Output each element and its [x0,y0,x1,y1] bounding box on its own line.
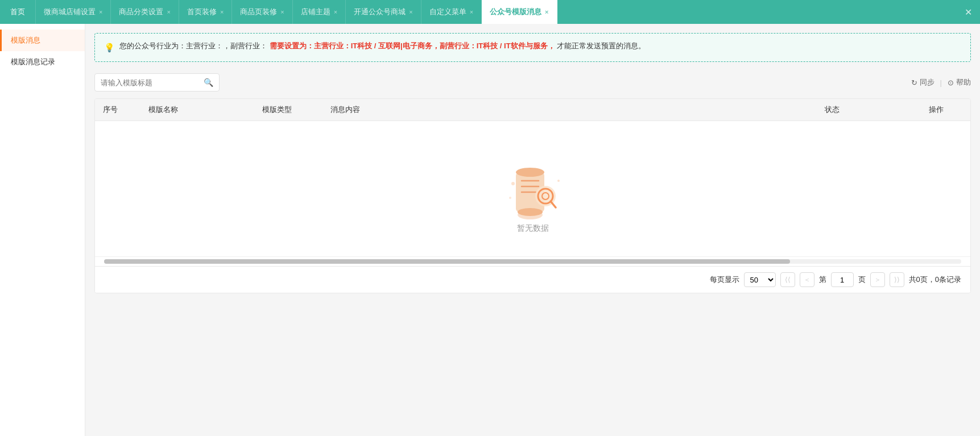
nav-tab-store-theme[interactable]: 店铺主题 × [293,0,346,24]
tab-label: 微商城店铺设置 [44,7,96,17]
help-label: 帮助 [956,77,971,88]
notice-box: 💡 您的公众号行业为：主营行业：，副营行业： 需要设置为：主营行业：IT科技 /… [94,33,971,62]
page-next-button[interactable]: ＞ [870,272,885,287]
page-last-button[interactable]: ⟩⟩ [890,272,904,287]
search-area[interactable]: 🔍 [94,73,220,92]
column-header-type: 模版类型 [254,99,322,121]
column-header-action: 操作 [902,99,970,121]
notice-text: 您的公众号行业为：主营行业：，副营行业： 需要设置为：主营行业：IT科技 / 互… [119,40,646,52]
sync-icon: ↻ [911,78,917,87]
tab-label: 商品页装修 [240,7,277,17]
notice-highlight: 需要设置为：主营行业：IT科技 / 互联网|电子商务，副营行业：IT科技 / I… [270,41,555,50]
close-icon[interactable]: × [99,9,102,15]
close-icon[interactable]: × [334,9,337,15]
home-tab-label: 首页 [10,7,25,17]
nav-tab-home[interactable]: 首页 [0,0,36,24]
svg-point-3 [518,208,543,216]
tab-label: 店铺主题 [301,7,330,17]
empty-state: 暂无数据 [95,121,970,256]
sync-label: 同步 [920,77,934,88]
svg-point-11 [511,182,515,185]
tab-label: 商品分类设置 [119,7,163,17]
close-icon[interactable]: × [280,9,284,15]
tab-label: 公众号模版消息 [490,7,541,17]
sidebar-item-label: 模版消息 [11,36,40,44]
help-icon: ⊙ [948,78,954,87]
nav-tab-template-msg[interactable]: 公众号模版消息 × [482,0,557,24]
help-button[interactable]: ⊙ 帮助 [948,77,971,88]
nav-tab-shop-settings[interactable]: 微商城店铺设置 × [36,0,111,24]
column-header-status: 状态 [817,99,902,121]
table-header: 序号 模版名称 模版类型 消息内容 状态 操作 [95,99,970,121]
close-icon[interactable]: × [470,9,473,15]
empty-text: 暂无数据 [517,223,549,234]
toolbar-right: ↻ 同步 | ⊙ 帮助 [911,77,971,88]
main-layout: 模版消息 模版消息记录 💡 您的公众号行业为：主营行业：，副营行业： 需要设置为… [0,24,980,436]
empty-illustration [499,155,567,223]
sync-button[interactable]: ↻ 同步 [911,77,934,88]
page-unit: 页 [858,275,866,285]
close-icon[interactable]: × [167,9,170,15]
page-text: 第 [819,275,826,285]
close-icon[interactable]: × [220,9,224,15]
data-table: 序号 模版名称 模版类型 消息内容 状态 操作 [94,98,971,293]
sidebar-item-template-message[interactable]: 模版消息 [0,30,85,51]
nav-tab-open-mall[interactable]: 开通公众号商城 × [346,0,421,24]
scrollbar-track [104,259,961,264]
close-icon[interactable]: × [545,9,548,15]
nav-tab-category-settings[interactable]: 商品分类设置 × [111,0,179,24]
nav-tab-custom-menu[interactable]: 自定义菜单 × [421,0,482,24]
toolbar: 🔍 ↻ 同步 | ⊙ 帮助 [94,73,971,92]
tab-label: 首页装修 [187,7,217,17]
pagination-bar: 每页显示 50 10 20 100 ⟨⟨ ＜ 第 页 ＞ ⟩⟩ 共0页，0条记录 [95,266,970,293]
notice-suffix: 才能正常发送预置的消息。 [557,41,646,50]
notice-prefix: 您的公众号行业为：主营行业：，副营行业： [119,41,267,50]
page-number-input[interactable] [831,272,854,287]
page-size-label: 每页显示 [710,275,739,285]
column-header-content: 消息内容 [322,99,817,121]
page-first-button[interactable]: ⟨⟨ [780,272,795,287]
column-header-name: 模版名称 [140,99,254,121]
search-input[interactable] [101,78,204,87]
search-icon[interactable]: 🔍 [204,78,213,87]
page-prev-button[interactable]: ＜ [800,272,814,287]
svg-point-13 [509,197,511,199]
svg-point-12 [557,180,560,182]
scrollbar-thumb [104,259,790,264]
top-nav: 首页 微商城店铺设置 × 商品分类设置 × 首页装修 × 商品页装修 × 店铺主… [0,0,980,24]
sidebar-item-template-record[interactable]: 模版消息记录 [0,51,85,73]
close-icon[interactable]: × [409,9,412,15]
close-all-button[interactable]: ✕ [957,7,980,18]
divider: | [940,78,942,87]
svg-point-2 [516,168,544,177]
tab-label: 开通公众号商城 [354,7,406,17]
nav-tab-home-decor[interactable]: 首页装修 × [179,0,232,24]
total-text: 共0页，0条记录 [909,275,961,285]
column-header-seq: 序号 [95,99,140,121]
sidebar: 模版消息 模版消息记录 [0,24,85,436]
notice-icon: 💡 [104,41,115,55]
close-all-icon: ✕ [965,7,972,17]
nav-tab-product-decor[interactable]: 商品页装修 × [232,0,292,24]
page-size-select[interactable]: 50 10 20 100 [744,272,776,287]
horizontal-scrollbar[interactable] [95,256,970,266]
content-area: 💡 您的公众号行业为：主营行业：，副营行业： 需要设置为：主营行业：IT科技 /… [85,24,980,436]
tab-label: 自定义菜单 [429,7,466,17]
sidebar-item-label: 模版消息记录 [11,57,55,66]
